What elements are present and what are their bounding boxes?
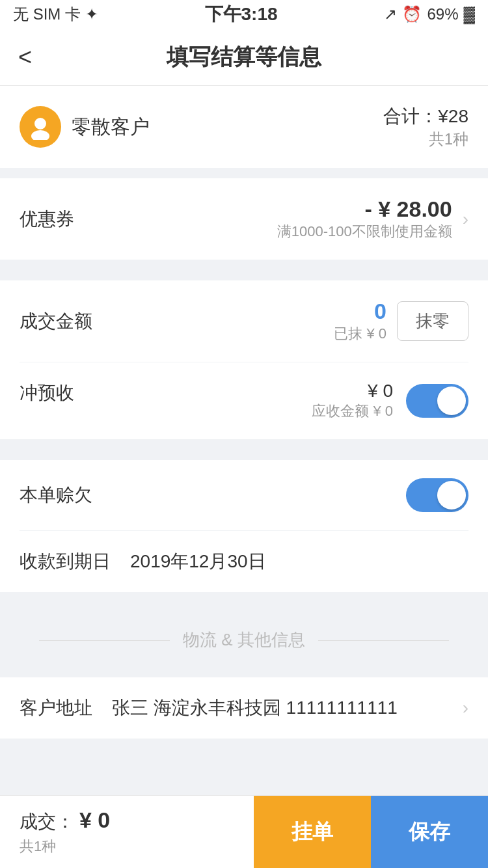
battery-icon: ▓: [463, 5, 475, 23]
round-button[interactable]: 抹零: [397, 301, 468, 341]
separator-4: [0, 667, 488, 677]
transaction-card: 成交金额 0 已抹 ¥ 0 抹零 冲预收 ¥ 0 应收金额 ¥ 0: [0, 280, 488, 439]
coupon-chevron-icon: ›: [463, 209, 468, 230]
debt-row: 本单赊欠: [0, 460, 488, 530]
alarm-icon: ⏰: [402, 5, 422, 23]
separator-3: [0, 603, 488, 613]
bottom-summary-main: 成交： ¥ 0: [20, 807, 234, 834]
due-date-value: 2019年12月30日: [130, 549, 266, 574]
total-amount: 合计：¥28: [383, 104, 468, 129]
save-button[interactable]: 保存: [371, 796, 488, 868]
transaction-sub: 已抹 ¥ 0: [334, 324, 386, 344]
due-date-label: 收款到期日: [20, 549, 111, 574]
address-label: 客户地址: [20, 696, 92, 720]
customer-avatar: [20, 106, 61, 148]
svg-point-1: [31, 130, 49, 140]
status-right: ↗ ⏰ 69% ▓: [384, 5, 475, 23]
coupon-label: 优惠券: [20, 207, 74, 232]
transaction-value-col: 0 已抹 ¥ 0: [334, 299, 386, 344]
transaction-amount-row: 成交金额 0 已抹 ¥ 0 抹零: [0, 280, 488, 362]
coupon-card: 优惠券 - ¥ 28.00 满1000-100不限制使用金额 ›: [0, 178, 488, 260]
transaction-right: 0 已抹 ¥ 0 抹零: [92, 299, 468, 344]
coupon-value-col: - ¥ 28.00 满1000-100不限制使用金额: [277, 197, 452, 241]
customer-left: 零散客户: [20, 106, 150, 148]
total-count: 共1种: [383, 129, 468, 150]
prepayment-right: ¥ 0 应收金额 ¥ 0: [312, 381, 393, 421]
svg-point-0: [34, 118, 46, 129]
bottom-bar: 成交： ¥ 0 共1种 挂单 保存: [0, 795, 488, 868]
debt-label: 本单赊欠: [20, 483, 92, 508]
due-date-row[interactable]: 收款到期日 2019年12月30日: [0, 531, 488, 592]
bottom-summary: 成交： ¥ 0 共1种: [0, 807, 254, 856]
summary-amount: ¥ 0: [79, 807, 110, 833]
customer-row[interactable]: 零散客户 合计：¥28 共1种: [0, 86, 488, 168]
coupon-row[interactable]: 优惠券 - ¥ 28.00 满1000-100不限制使用金额 ›: [0, 178, 488, 260]
address-row[interactable]: 客户地址 张三 海淀永丰科技园 11111111111 ›: [0, 677, 488, 739]
customer-card: 零散客户 合计：¥28 共1种: [0, 86, 488, 168]
coupon-right: - ¥ 28.00 满1000-100不限制使用金额 ›: [74, 197, 468, 241]
debt-card: 本单赊欠 收款到期日 2019年12月30日: [0, 460, 488, 592]
status-time: 下午3:18: [205, 2, 278, 27]
pending-button[interactable]: 挂单: [254, 796, 371, 868]
back-button[interactable]: <: [18, 44, 32, 71]
content-area: 零散客户 合计：¥28 共1种 优惠券 - ¥ 28.00 满1000-100不…: [0, 86, 488, 827]
prepayment-toggle[interactable]: [406, 384, 468, 418]
location-icon: ↗: [384, 5, 397, 23]
prepayment-sub: 应收金额 ¥ 0: [312, 401, 393, 421]
nav-bar: < 填写结算等信息: [0, 29, 488, 86]
status-bar: 无 SIM 卡 ✦ 下午3:18 ↗ ⏰ 69% ▓: [0, 0, 488, 29]
separator-1: [0, 270, 488, 280]
address-card: 客户地址 张三 海淀永丰科技园 11111111111 ›: [0, 677, 488, 739]
summary-count: 共1种: [20, 837, 234, 856]
customer-name: 零散客户: [72, 114, 150, 141]
logistics-header: 物流 & 其他信息: [0, 613, 488, 667]
battery-label: 69%: [427, 5, 458, 23]
address-value: 张三 海淀永丰科技园 11111111111: [112, 696, 463, 720]
prepayment-value: ¥ 0: [312, 381, 393, 401]
coupon-amount: - ¥ 28.00: [277, 197, 452, 222]
debt-toggle[interactable]: [406, 478, 468, 512]
customer-total: 合计：¥28 共1种: [383, 104, 468, 150]
logistics-title: 物流 & 其他信息: [170, 630, 318, 649]
transaction-label: 成交金额: [20, 309, 92, 334]
separator-2: [0, 450, 488, 460]
coupon-note: 满1000-100不限制使用金额: [277, 222, 452, 241]
page-title: 填写结算等信息: [167, 42, 321, 72]
transaction-value: 0: [334, 299, 386, 324]
prepayment-row: 冲预收 ¥ 0 应收金额 ¥ 0: [0, 362, 488, 439]
summary-label: 成交：: [20, 809, 74, 834]
status-left: 无 SIM 卡 ✦: [13, 4, 98, 25]
address-chevron-icon: ›: [463, 698, 468, 718]
prepayment-label: 冲预收: [20, 381, 74, 405]
sim-label: 无 SIM 卡 ✦: [13, 4, 98, 25]
